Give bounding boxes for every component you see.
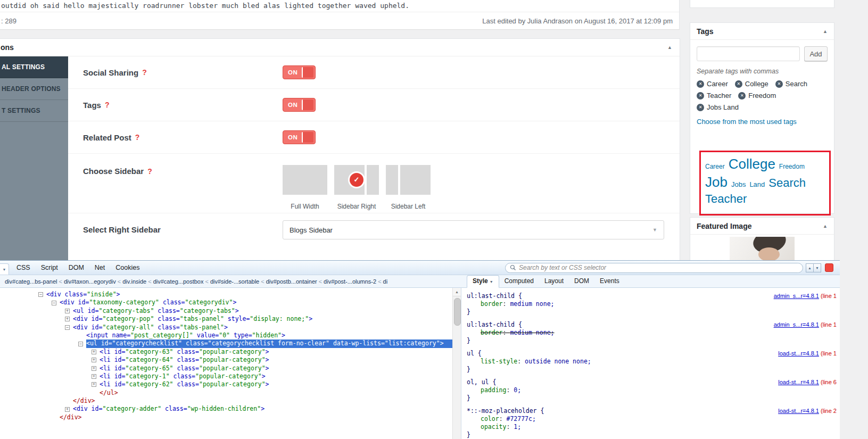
style-tab-layout[interactable]: Layout	[539, 276, 569, 287]
dom-tree-node[interactable]: +<li id="category-63" class="popular-cat…	[0, 348, 452, 356]
remove-tag-icon[interactable]: ✕	[735, 80, 742, 88]
breadcrumb-item[interactable]: div#postb...ontainer	[266, 278, 317, 285]
breadcrumb-item[interactable]: di	[383, 278, 388, 285]
collapse-options-icon[interactable]: ▲	[667, 45, 672, 50]
tags-toggle[interactable]: ON	[283, 98, 316, 112]
expander-icon[interactable]: +	[92, 366, 96, 371]
tree-scrollbar[interactable]: ▲	[452, 288, 461, 439]
scrollbar-thumb[interactable]	[454, 298, 461, 326]
css-property[interactable]: color: #72777c;	[467, 415, 837, 423]
css-property[interactable]: opacity: 1;	[467, 423, 837, 431]
related-post-toggle[interactable]: ON	[283, 130, 316, 144]
remove-tag-icon[interactable]: ✕	[738, 92, 746, 100]
style-tab-computed[interactable]: Computed	[499, 276, 539, 287]
css-source-link[interactable]: admin_s...r=4.8.1 (line 1	[774, 321, 837, 329]
tags-panel-header[interactable]: Tags ▲	[690, 23, 834, 40]
dom-tree-node[interactable]: </div>	[0, 397, 452, 405]
css-source-link[interactable]: load-st...r=4.8.1 (line 2	[778, 407, 837, 415]
dom-tree-node[interactable]: +<li id="category-62" class="popular-cat…	[0, 380, 452, 388]
dom-tree-node[interactable]: +<div id="category-pop" class="tabs-pane…	[0, 315, 452, 323]
options-tab-al-settings[interactable]: AL SETTINGS	[0, 56, 68, 78]
style-tab-style[interactable]: Style▼	[467, 275, 499, 288]
tag-cloud-item[interactable]: Teacher	[705, 192, 747, 207]
css-source-link[interactable]: load-st...r=4.8.1 (line 6	[778, 378, 837, 386]
right-sidebar-select[interactable]: Blogs Sidebar ▼	[283, 220, 664, 239]
css-source-link[interactable]: load-st...r=4.8.1 (line 1	[778, 350, 837, 358]
css-property[interactable]: padding: 0;	[467, 386, 837, 394]
dom-tree-node[interactable]: +<ul id="category-tabs" class="category-…	[0, 307, 452, 315]
expander-icon[interactable]: +	[92, 350, 96, 354]
css-selector[interactable]: ol, ul {	[467, 378, 496, 386]
tag-cloud-item[interactable]: Career	[705, 163, 725, 171]
featured-image-thumbnail[interactable]	[730, 237, 795, 260]
dom-tree-node[interactable]: </ul>	[0, 389, 452, 397]
sidebar-option-left[interactable]: Sidebar Left	[386, 165, 431, 210]
remove-tag-icon[interactable]: ✕	[775, 80, 783, 88]
css-selector[interactable]: *::-moz-placeholder {	[467, 407, 544, 415]
active-panel-tab-partial[interactable]: ▼	[0, 263, 9, 275]
most-used-tags-link[interactable]: Choose from the most used tags	[697, 118, 828, 126]
breadcrumb-item[interactable]: div#side-...sortable	[210, 278, 259, 285]
css-property[interactable]: border: medium none;	[467, 329, 837, 337]
dom-tree-node[interactable]: </div>	[0, 413, 452, 421]
dom-tree-node[interactable]: +<div id="category-adder" class="wp-hidd…	[0, 405, 452, 413]
scroll-up-arrow[interactable]: ▲	[453, 288, 461, 296]
dom-tree-node[interactable]: +<li id="category-65" class="popular-cat…	[0, 365, 452, 372]
style-tab-events[interactable]: Events	[594, 276, 625, 287]
css-selector[interactable]: ul {	[467, 350, 482, 358]
remove-tag-icon[interactable]: ✕	[697, 80, 704, 88]
expander-icon[interactable]: +	[65, 407, 70, 412]
breadcrumb-item[interactable]: div#taxon...egorydiv	[64, 278, 116, 285]
expander-icon[interactable]: +	[65, 309, 70, 313]
devtools-tab-dom[interactable]: DOM	[63, 261, 89, 274]
css-property[interactable]: border: medium none;	[467, 300, 837, 308]
remove-tag-icon[interactable]: ✕	[697, 92, 704, 100]
tag-cloud-item[interactable]: Land	[749, 180, 765, 189]
search-next-button[interactable]: ▼	[813, 263, 821, 272]
expander-icon[interactable]: −	[65, 325, 70, 330]
collapse-tags-icon[interactable]: ▲	[823, 29, 828, 34]
devtools-tab-css[interactable]: CSS	[11, 261, 36, 274]
devtools-search-input[interactable]	[519, 264, 798, 271]
add-tag-button[interactable]: Add	[804, 46, 828, 61]
new-tag-input[interactable]	[697, 46, 800, 61]
dom-tree-node[interactable]: −<div id="category-all" class="tabs-pane…	[0, 324, 452, 332]
featured-image-header[interactable]: Featured Image ▲	[690, 218, 834, 235]
style-tab-dom[interactable]: DOM	[569, 276, 594, 287]
help-icon[interactable]: ?	[142, 68, 147, 77]
post-content-text[interactable]: outdid oh said hello majestically roadru…	[0, 0, 679, 12]
tag-cloud-item[interactable]: College	[729, 155, 775, 173]
collapse-featured-image-icon[interactable]: ▲	[823, 223, 828, 229]
expander-icon[interactable]: +	[92, 374, 96, 379]
css-selector[interactable]: ul:last-child {	[467, 321, 522, 329]
options-tab-header-options[interactable]: HEADER OPTIONS	[0, 78, 68, 100]
help-icon[interactable]: ?	[135, 133, 140, 142]
social-sharing-toggle[interactable]: ON	[283, 65, 316, 79]
css-property[interactable]: list-style: outside none none;	[467, 358, 837, 366]
dom-tree-node[interactable]: −<div id="taxonomy-category" class="cate…	[0, 299, 452, 307]
tag-cloud-item[interactable]: Freedom	[779, 163, 805, 171]
css-selector[interactable]: ul:last-child {	[467, 292, 522, 300]
expander-icon[interactable]: −	[78, 342, 83, 346]
search-prev-button[interactable]: ▲	[806, 263, 814, 272]
sidebar-option-full[interactable]: Full Width	[283, 165, 327, 210]
dom-tree-node[interactable]: +<li id="category-1" class="popular-cate…	[0, 372, 452, 380]
dom-tree-node[interactable]: +<li id="category-64" class="popular-cat…	[0, 356, 452, 364]
devtools-tab-cookies[interactable]: Cookies	[110, 261, 145, 274]
help-icon[interactable]: ?	[147, 167, 152, 176]
css-source-link[interactable]: admin_s...r=4.8.1 (line 1	[774, 292, 837, 300]
dom-tree-node[interactable]: <input name="post_category[]" value="0" …	[0, 332, 452, 339]
sidebar-option-right[interactable]: ✓Sidebar Right	[334, 165, 379, 210]
remove-tag-icon[interactable]: ✕	[697, 104, 704, 111]
tag-cloud-item[interactable]: Jobs	[731, 180, 746, 189]
options-tab-t-settings[interactable]: T SETTINGS	[0, 100, 68, 122]
devtools-tab-net[interactable]: Net	[89, 261, 110, 274]
expander-icon[interactable]: +	[92, 382, 96, 387]
expander-icon[interactable]: +	[65, 317, 70, 321]
breadcrumb-item[interactable]: div#categ...postbox	[153, 278, 204, 285]
tag-cloud-item[interactable]: Job	[705, 173, 728, 192]
tag-cloud-item[interactable]: Search	[768, 176, 806, 191]
devtools-tab-script[interactable]: Script	[36, 261, 63, 274]
breadcrumb-item[interactable]: div.inside	[122, 278, 146, 285]
breadcrumb-item[interactable]: div#categ...bs-panel	[5, 278, 57, 285]
